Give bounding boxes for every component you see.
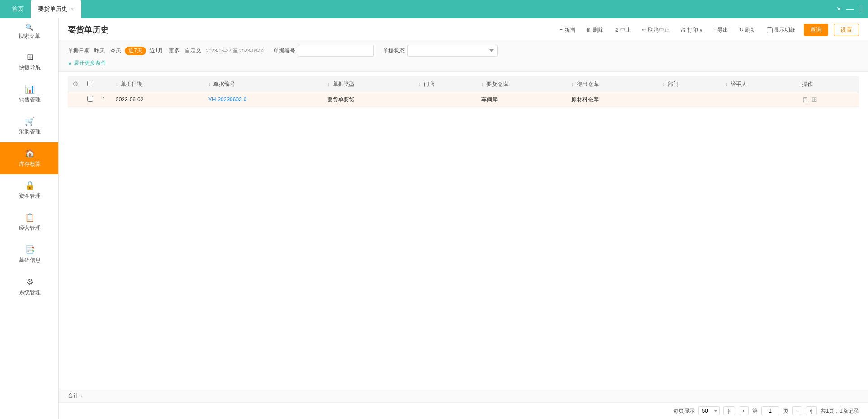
- row-edit-icon[interactable]: ⊞: [811, 95, 817, 104]
- settings-button[interactable]: 设置: [834, 24, 859, 36]
- show-detail-checkbox[interactable]: 显示明细: [764, 25, 798, 35]
- prev-page-button[interactable]: ‹: [739, 406, 749, 415]
- sidebar-item-quick-nav[interactable]: ⊞ 快捷导航: [0, 46, 58, 78]
- show-detail-input[interactable]: [767, 27, 773, 33]
- date-range-text: 2023-05-27 至 2023-06-02: [206, 48, 264, 54]
- sidebar-item-finance-label: 资金管理: [19, 192, 41, 200]
- col-actions-label: 操作: [802, 81, 813, 87]
- window-close-icon[interactable]: ×: [837, 5, 841, 13]
- col-handler-label: 经手人: [731, 81, 747, 87]
- tab-requisition-history[interactable]: 要货单历史 ×: [31, 0, 81, 18]
- req-warehouse-value: 车间库: [481, 96, 498, 103]
- row-checkbox[interactable]: [87, 96, 93, 102]
- col-department-label: 部门: [668, 81, 679, 87]
- delete-label: 删除: [593, 26, 604, 34]
- refresh-label: 刷新: [745, 26, 756, 34]
- sidebar-item-inventory[interactable]: 🏠 库存核算: [0, 142, 58, 174]
- summary-label: 合计：: [68, 392, 84, 399]
- filter-status-group: 单据状态: [383, 45, 498, 57]
- expand-more-button[interactable]: ∨ 展开更多条件: [68, 59, 859, 67]
- col-doc-type-label: 单据类型: [333, 81, 354, 87]
- row-doc-type: 要货单要货: [323, 92, 414, 107]
- date-btn-custom[interactable]: 自定义: [183, 47, 203, 55]
- new-button[interactable]: + 新增: [557, 25, 578, 35]
- col-store[interactable]: 门店: [414, 76, 476, 92]
- sales-icon: 📊: [25, 84, 35, 94]
- status-select[interactable]: [407, 45, 498, 57]
- date-btn-1month[interactable]: 近1月: [148, 47, 165, 55]
- col-doc-type[interactable]: 单据类型: [323, 76, 414, 92]
- filter-docno-group: 单据编号: [274, 45, 374, 57]
- top-bar: 首页 要货单历史 × × — □: [0, 0, 868, 18]
- col-doc-date[interactable]: 单据日期: [111, 76, 204, 92]
- date-btn-7days[interactable]: 近7天: [125, 47, 146, 55]
- tab-home[interactable]: 首页: [5, 0, 31, 18]
- row-action-icons: 🖺 ⊞: [802, 95, 854, 104]
- row-actions-cell: 🖺 ⊞: [797, 92, 859, 107]
- tab-home-label: 首页: [12, 5, 24, 13]
- col-doc-date-label: 单据日期: [121, 81, 142, 87]
- col-pending-warehouse[interactable]: 待出仓库: [567, 76, 658, 92]
- sidebar-search[interactable]: 搜索菜单: [0, 18, 58, 46]
- query-button[interactable]: 查询: [804, 24, 828, 36]
- page-number-input[interactable]: [761, 406, 779, 415]
- sidebar-item-base-info[interactable]: 📑 基础信息: [0, 238, 58, 271]
- doc-no-link[interactable]: YH-20230602-0: [208, 96, 247, 103]
- tab-requisition-label: 要货单历史: [38, 5, 67, 13]
- filter-bar: 单据日期 昨天 今天 近7天 近1月 更多 自定义 2023-05-27 至 2…: [59, 40, 868, 72]
- status-label: 单据状态: [383, 47, 405, 55]
- col-handler[interactable]: 经手人: [721, 76, 797, 92]
- cancel-stop-icon: ↩: [642, 27, 646, 33]
- summary-bar: 合计：: [59, 389, 868, 402]
- page-title: 要货单历史: [68, 24, 108, 35]
- sidebar-item-system[interactable]: ⚙ 系统管理: [0, 271, 58, 303]
- stop-button[interactable]: ⊘ 中止: [612, 25, 634, 35]
- next-page-button[interactable]: ›: [792, 406, 802, 415]
- doc-type-value: 要货单要货: [327, 96, 354, 103]
- row-settings: [68, 92, 83, 107]
- col-req-warehouse[interactable]: 要货仓库: [477, 76, 567, 92]
- finance-icon: 🔒: [25, 181, 35, 190]
- date-btn-today[interactable]: 今天: [108, 47, 123, 55]
- col-doc-no[interactable]: 单据编号: [204, 76, 323, 92]
- page-unit: 页: [783, 407, 788, 415]
- settings-label: 设置: [840, 26, 852, 34]
- row-view-icon[interactable]: 🖺: [802, 96, 809, 104]
- sidebar-item-base-info-label: 基础信息: [19, 257, 41, 264]
- cancel-stop-button[interactable]: ↩ 取消中止: [639, 25, 672, 35]
- refresh-button[interactable]: ↻ 刷新: [736, 25, 759, 35]
- window-minimize-icon[interactable]: —: [846, 5, 854, 13]
- col-department[interactable]: 部门: [658, 76, 721, 92]
- sidebar: 搜索菜单 ⊞ 快捷导航 📊 销售管理 🛒 采购管理 🏠 库存核算 🔒 资金管理 …: [0, 18, 59, 419]
- date-btn-yesterday[interactable]: 昨天: [92, 47, 107, 55]
- sidebar-item-ops[interactable]: 📋 经营管理: [0, 206, 58, 238]
- sidebar-item-sales[interactable]: 📊 销售管理: [0, 78, 58, 110]
- inventory-icon: 🏠: [25, 148, 35, 158]
- col-checkbox: [83, 76, 98, 92]
- date-btn-more[interactable]: 更多: [167, 47, 181, 55]
- docno-input[interactable]: [298, 45, 374, 57]
- row-checkbox-cell: [83, 92, 98, 107]
- col-pending-warehouse-label: 待出仓库: [577, 81, 599, 87]
- sidebar-item-sales-label: 销售管理: [19, 96, 41, 104]
- window-maximize-icon[interactable]: □: [859, 5, 863, 13]
- print-button[interactable]: 🖨 打印 ∨: [678, 25, 705, 35]
- filter-date-group: 单据日期 昨天 今天 近7天 近1月 更多 自定义 2023-05-27 至 2…: [68, 47, 264, 55]
- col-settings-icon[interactable]: ⚙: [72, 80, 78, 88]
- per-page-select[interactable]: 50 20 100 200: [698, 406, 720, 415]
- header-actions: + 新增 🗑 删除 ⊘ 中止 ↩ 取消中止 🖨 打印: [557, 24, 859, 36]
- sidebar-item-purchase-label: 采购管理: [19, 128, 41, 136]
- export-button[interactable]: ↑ 导出: [711, 25, 731, 35]
- last-page-button[interactable]: ›|: [806, 406, 817, 415]
- new-label: 新增: [564, 26, 575, 34]
- table-body: 1 2023-06-02 YH-20230602-0 要货单要货: [68, 92, 859, 107]
- tab-close-icon[interactable]: ×: [71, 6, 74, 12]
- doc-date-value: 2023-06-02: [116, 96, 143, 103]
- query-label: 查询: [810, 26, 822, 34]
- first-page-button[interactable]: |‹: [723, 406, 735, 415]
- sidebar-item-purchase[interactable]: 🛒 采购管理: [0, 110, 58, 142]
- delete-button[interactable]: 🗑 删除: [583, 25, 606, 35]
- select-all-checkbox[interactable]: [87, 81, 93, 86]
- sidebar-item-finance[interactable]: 🔒 资金管理: [0, 174, 58, 206]
- sidebar-item-ops-label: 经营管理: [19, 224, 41, 232]
